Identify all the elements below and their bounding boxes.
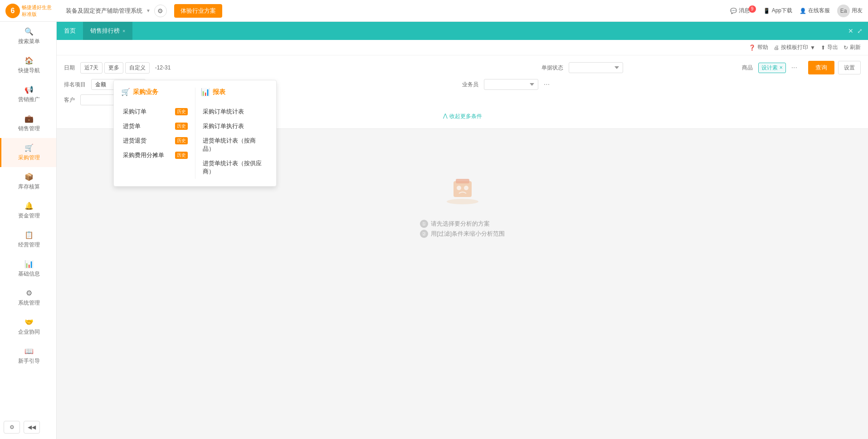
salesman-select[interactable] [484, 79, 538, 90]
window-close-btn[interactable]: ✕ [848, 27, 853, 35]
preset-7days[interactable]: 近7天 [80, 62, 102, 74]
svg-rect-2 [456, 179, 469, 183]
tab-bar: 首页 销售排行榜 × ✕ ⤢ [57, 22, 868, 40]
refresh-btn[interactable]: ↻ 刷新 [844, 44, 861, 51]
sales-icon: 💼 [24, 114, 34, 123]
sidebar-collapse-btn[interactable]: ◀◀ [24, 421, 40, 434]
purchase-section-icon: 🛒 [121, 88, 130, 96]
sidebar-item-search[interactable]: 🔍 搜索菜单 [0, 22, 56, 51]
print-btn[interactable]: 🖨 按模板打印 ▼ [774, 44, 815, 51]
filter-date-group: 近7天 更多 自定义 [80, 62, 150, 74]
sidebar-item-sales[interactable]: 💼 销售管理 [0, 109, 56, 138]
avatar: Ea [837, 5, 850, 17]
menu-item-purchase-order[interactable]: 采购订单 历史 [121, 104, 190, 119]
filter-row-1: 日期 近7天 更多 自定义 -12-31 单据状态 商品 [64, 61, 861, 74]
messages-item[interactable]: 💬 消息 9 [730, 7, 756, 15]
rank-label: 排名项目 [64, 81, 86, 89]
message-badge: 9 [749, 5, 756, 13]
customer-label: 客户 [64, 96, 75, 104]
sidebar-item-operations[interactable]: 📋 经营管理 [0, 225, 56, 254]
help-btn[interactable]: ❓ 帮助 [749, 44, 768, 51]
sidebar-item-guide[interactable]: 📖 新手引导 [0, 341, 56, 370]
industry-button[interactable]: 体验行业方案 [174, 4, 222, 18]
menu-item-inbound-stats-supplier[interactable]: 进货单统计表（按供应商） [201, 156, 269, 179]
system-dropdown-icon[interactable]: ▼ [146, 8, 151, 13]
empty-hint2: 用[过滤]条件来缩小分析范围 [431, 230, 505, 238]
status-select[interactable] [569, 62, 623, 73]
history-badge-0: 历史 [175, 108, 188, 115]
sidebar-label-purchase: 采购管理 [18, 154, 40, 162]
operations-icon: 📋 [24, 231, 34, 239]
sidebar-bottom: ⚙ ◀◀ [0, 415, 56, 439]
refresh-icon: ↻ [844, 44, 848, 51]
sidebar-label-enterprise: 企业协同 [18, 328, 40, 336]
sidebar-item-purchase[interactable]: 🛒 采购管理 [0, 138, 56, 167]
main-area: 🔍 搜索菜单 🏠 快捷导航 📢 营销推广 💼 销售管理 🛒 采购管理 📦 [0, 22, 868, 439]
purchase-dropdown-menu: 🛒 采购业务 采购订单 历史 进货单 历史 进货退货 [113, 80, 277, 187]
goods-more-icon[interactable]: ··· [791, 64, 797, 72]
system-title: 装备及固定资产辅助管理系统 [66, 7, 142, 15]
sidebar-item-quick-nav[interactable]: 🏠 快捷导航 [0, 51, 56, 80]
svg-point-4 [464, 186, 468, 190]
sidebar-label-system: 系统管理 [18, 299, 40, 307]
sidebar-item-system[interactable]: ⚙ 系统管理 [0, 283, 56, 312]
empty-illustration [440, 165, 485, 211]
print-icon: 🖨 [774, 44, 779, 51]
svg-point-3 [457, 186, 461, 190]
goods-tag-close[interactable]: × [780, 64, 783, 71]
sidebar-settings-btn[interactable]: ⚙ [4, 421, 20, 434]
user-item[interactable]: Ea 用友 [837, 5, 863, 17]
sidebar-label-sales: 销售管理 [18, 125, 40, 133]
service-icon: 👤 [800, 8, 806, 14]
report-section-icon: 📊 [201, 88, 210, 96]
collapse-icon: ⋀ [443, 113, 448, 120]
history-badge-1: 历史 [175, 123, 188, 130]
print-dropdown-icon: ▼ [810, 44, 815, 51]
logo-text: 畅捷通好生意 标准版 [22, 4, 52, 17]
query-button[interactable]: 查询 [808, 61, 834, 74]
menu-item-inbound-stats-goods[interactable]: 进货单统计表（按商品） [201, 133, 269, 156]
tab-sales-rank-label: 销售排行榜 [90, 27, 120, 35]
export-icon: ⬆ [821, 44, 825, 51]
menu-divider [195, 88, 195, 179]
tab-close-icon[interactable]: × [122, 28, 125, 34]
history-badge-3: 历史 [175, 152, 188, 159]
sidebar: 🔍 搜索菜单 🏠 快捷导航 📢 营销推广 💼 销售管理 🛒 采购管理 📦 [0, 22, 57, 439]
inventory-icon: 📦 [24, 173, 34, 181]
svg-rect-1 [454, 181, 472, 197]
sidebar-item-finance[interactable]: 🔔 资金管理 [0, 196, 56, 225]
toolbar-row: ❓ 帮助 🖨 按模板打印 ▼ ⬆ 导出 ↻ 刷新 [57, 40, 868, 55]
system-settings-icon[interactable]: ⚙ [154, 5, 167, 17]
window-expand-btn[interactable]: ⤢ [857, 27, 863, 35]
online-service-item[interactable]: 👤 在线客服 [800, 7, 830, 15]
app-download-item[interactable]: 📱 App下载 [763, 7, 792, 15]
sidebar-label-operations: 经营管理 [18, 241, 40, 249]
export-btn[interactable]: ⬆ 导出 [821, 44, 838, 51]
sidebar-label-quick-nav: 快捷导航 [18, 67, 40, 74]
step1-num: ① [420, 220, 428, 228]
sidebar-label-search: 搜索菜单 [18, 38, 40, 45]
tab-sales-rank[interactable]: 销售排行榜 × [83, 22, 132, 40]
salesman-more-icon[interactable]: ··· [544, 80, 550, 89]
menu-item-inbound-return[interactable]: 进货退货 历史 [121, 133, 190, 148]
sidebar-item-enterprise[interactable]: 🤝 企业协同 [0, 312, 56, 341]
sidebar-item-marketing[interactable]: 📢 营销推广 [0, 80, 56, 109]
sidebar-label-guide: 新手引导 [18, 357, 40, 365]
help-icon: ❓ [749, 44, 756, 51]
sidebar-item-basic-info[interactable]: 📊 基础信息 [0, 254, 56, 283]
goods-label: 商品 [742, 64, 753, 72]
sidebar-label-finance: 资金管理 [18, 212, 40, 220]
tab-home[interactable]: 首页 [57, 22, 83, 40]
content-area: 首页 销售排行榜 × ✕ ⤢ ❓ 帮助 [57, 22, 868, 439]
menu-item-inbound[interactable]: 进货单 历史 [121, 119, 190, 133]
preset-more[interactable]: 更多 [104, 62, 123, 74]
menu-section-purchase-title: 🛒 采购业务 [121, 88, 190, 99]
preset-custom[interactable]: 自定义 [125, 62, 150, 74]
menu-item-order-exec[interactable]: 采购订单执行表 [201, 119, 269, 133]
settings-button[interactable]: 设置 [838, 61, 861, 74]
finance-icon: 🔔 [24, 202, 34, 210]
menu-item-order-stats[interactable]: 采购订单统计表 [201, 104, 269, 119]
sidebar-item-inventory[interactable]: 📦 库存核算 [0, 167, 56, 196]
top-right: 💬 消息 9 📱 App下载 👤 在线客服 Ea 用友 [730, 5, 863, 17]
menu-item-purchase-expense[interactable]: 采购费用分摊单 历史 [121, 148, 190, 163]
